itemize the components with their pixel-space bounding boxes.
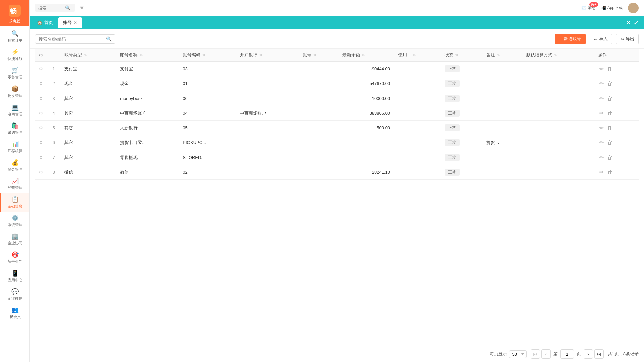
toolbar-actions: + 新增账号 ↩ 导入 ↪ 导出 <box>555 34 639 44</box>
sidebar-item-enterprise[interactable]: 🏢 企业协同 <box>0 230 29 248</box>
col-type[interactable]: 账号类型 ⇅ <box>60 49 116 62</box>
col-type-label: 账号类型 <box>64 52 82 57</box>
col-num <box>47 49 60 62</box>
close-tab-icon[interactable]: ✕ <box>74 21 77 25</box>
col-status[interactable]: 状态 ⇅ <box>441 49 483 62</box>
col-name[interactable]: 账号名称 ⇅ <box>116 49 179 62</box>
row-bank-3: 中百商场账户 <box>236 106 299 121</box>
sidebar-item-corp-wechat[interactable]: 💬 企业微信 <box>0 285 29 304</box>
row-remark-7 <box>482 165 522 180</box>
sidebar-label-guide: 新手引导 <box>8 259 22 264</box>
row-settings-0[interactable]: ⚙ <box>35 62 47 76</box>
table-row: ⚙ 3 其它 moneybosx 06 10000.00 正常 ✏ 🗑 <box>35 91 639 106</box>
row-usage-5 <box>394 135 440 150</box>
page-number-input[interactable] <box>560 349 574 359</box>
delete-button-3[interactable]: 🗑 <box>606 110 614 117</box>
sidebar-item-members[interactable]: 👥 畅会员 <box>0 304 29 322</box>
delete-button-0[interactable]: 🗑 <box>606 65 614 73</box>
sidebar-item-wholesale[interactable]: 📦 批发管理 <box>0 82 29 101</box>
edit-button-2[interactable]: ✏ <box>598 95 605 102</box>
sort-usage-icon: ⇅ <box>413 53 416 57</box>
row-settings-1[interactable]: ⚙ <box>35 76 47 91</box>
delete-button-6[interactable]: 🗑 <box>606 154 614 161</box>
last-page-button[interactable]: ⏭ <box>594 349 604 359</box>
tab-accounts[interactable]: 账号 ✕ <box>58 17 82 28</box>
row-settings-4[interactable]: ⚙ <box>35 121 47 135</box>
col-default-payment[interactable]: 默认结算方式 ⇅ <box>522 49 594 62</box>
account-search-box[interactable]: 🔍 <box>35 34 115 44</box>
col-code[interactable]: 账号编码 ⇅ <box>179 49 236 62</box>
row-type-3: 其它 <box>60 106 116 121</box>
sidebar-item-purchase[interactable]: 🛍️ 采购管理 <box>0 119 29 138</box>
maximize-icon[interactable]: ⤢ <box>634 19 639 26</box>
col-usage[interactable]: 使用... ⇅ <box>394 49 440 62</box>
delete-button-2[interactable]: 🗑 <box>606 95 614 102</box>
col-settings[interactable]: ⚙ <box>35 49 47 62</box>
account-search-input[interactable] <box>39 37 106 42</box>
row-code-4: 05 <box>179 121 236 135</box>
tab-home[interactable]: 🏠 首页 <box>32 17 58 28</box>
sidebar-item-retail[interactable]: 🛒 零售管理 <box>0 64 29 82</box>
delete-button-7[interactable]: 🗑 <box>606 169 614 176</box>
quick-nav-icon: ⚡ <box>11 48 19 56</box>
edit-button-1[interactable]: ✏ <box>598 80 605 87</box>
col-balance[interactable]: 最新余额 ⇅ <box>338 49 394 62</box>
app-center-icon: 📱 <box>11 269 19 277</box>
row-default-payment-3 <box>522 106 594 121</box>
export-button[interactable]: ↪ 导出 <box>616 34 639 44</box>
col-remark[interactable]: 备注 ⇅ <box>482 49 522 62</box>
sidebar-label-search: 搜索菜单 <box>8 38 22 43</box>
edit-button-0[interactable]: ✏ <box>598 65 605 73</box>
header-search-input[interactable] <box>38 6 65 10</box>
row-settings-5[interactable]: ⚙ <box>35 135 47 150</box>
account-search-icon[interactable]: 🔍 <box>106 36 112 42</box>
row-settings-3[interactable]: ⚙ <box>35 106 47 121</box>
delete-button-5[interactable]: 🗑 <box>606 139 614 146</box>
edit-button-5[interactable]: ✏ <box>598 139 605 146</box>
sidebar-item-quick-nav[interactable]: ⚡ 快捷导航 <box>0 46 29 64</box>
close-window-icon[interactable]: ✕ <box>626 19 631 26</box>
sort-code-icon: ⇅ <box>202 53 205 57</box>
col-account[interactable]: 账号 ⇅ <box>299 49 338 62</box>
sidebar-item-system[interactable]: ⚙️ 系统管理 <box>0 212 29 230</box>
per-page-select[interactable]: 50 100 200 <box>509 350 527 358</box>
delete-button-4[interactable]: 🗑 <box>606 124 614 132</box>
message-button[interactable]: ✉️ 消息 99+ <box>581 5 596 11</box>
dropdown-arrow-icon[interactable]: ▼ <box>79 5 85 11</box>
row-settings-6[interactable]: ⚙ <box>35 150 47 165</box>
first-page-button[interactable]: ⏮ <box>531 349 540 359</box>
prev-page-button[interactable]: ‹ <box>541 349 551 359</box>
row-default-payment-5 <box>522 135 594 150</box>
col-bank[interactable]: 开户银行 ⇅ <box>236 49 299 62</box>
header-search-box[interactable]: 🔍 <box>35 4 75 12</box>
row-settings-7[interactable]: ⚙ <box>35 165 47 180</box>
delete-button-1[interactable]: 🗑 <box>606 80 614 87</box>
edit-button-6[interactable]: ✏ <box>598 154 605 161</box>
user-avatar[interactable] <box>628 3 639 13</box>
new-account-button[interactable]: + 新增账号 <box>555 34 586 44</box>
edit-button-4[interactable]: ✏ <box>598 124 605 132</box>
import-button[interactable]: ↩ 导入 <box>590 34 612 44</box>
edit-button-7[interactable]: ✏ <box>598 168 605 176</box>
app-download-button[interactable]: 📲 App下载 <box>601 5 623 11</box>
sort-account-icon: ⇅ <box>313 53 316 57</box>
edit-button-3[interactable]: ✏ <box>598 109 605 117</box>
next-page-button[interactable]: › <box>584 349 593 359</box>
row-action-6: ✏ 🗑 <box>594 150 639 165</box>
table-header-row: ⚙ 账号类型 ⇅ 账号名称 ⇅ 账号编码 ⇅ <box>35 49 639 62</box>
row-remark-3 <box>482 106 522 121</box>
sidebar-item-finance[interactable]: 💰 资金管理 <box>0 156 29 175</box>
row-settings-2[interactable]: ⚙ <box>35 91 47 106</box>
sidebar-item-operations[interactable]: 📈 经营管理 <box>0 175 29 193</box>
row-remark-6 <box>482 150 522 165</box>
sidebar-item-basic-info[interactable]: 📋 基础信息 <box>0 193 29 212</box>
import-icon: ↩ <box>594 37 598 42</box>
sidebar: 畅 乐惠版 🔍 搜索菜单 ⚡ 快捷导航 🛒 零售管理 📦 批发管理 💻 电商管理… <box>0 0 30 362</box>
wholesale-icon: 📦 <box>11 85 19 93</box>
sidebar-item-ecommerce[interactable]: 💻 电商管理 <box>0 101 29 119</box>
sort-balance-icon: ⇅ <box>362 53 365 57</box>
sidebar-item-guide[interactable]: 🎯 新手引导 <box>0 248 29 267</box>
sidebar-item-search[interactable]: 🔍 搜索菜单 <box>0 27 29 46</box>
sidebar-item-app-center[interactable]: 📱 应用中心 <box>0 267 29 285</box>
sidebar-item-inventory[interactable]: 📊 库存核算 <box>0 138 29 156</box>
